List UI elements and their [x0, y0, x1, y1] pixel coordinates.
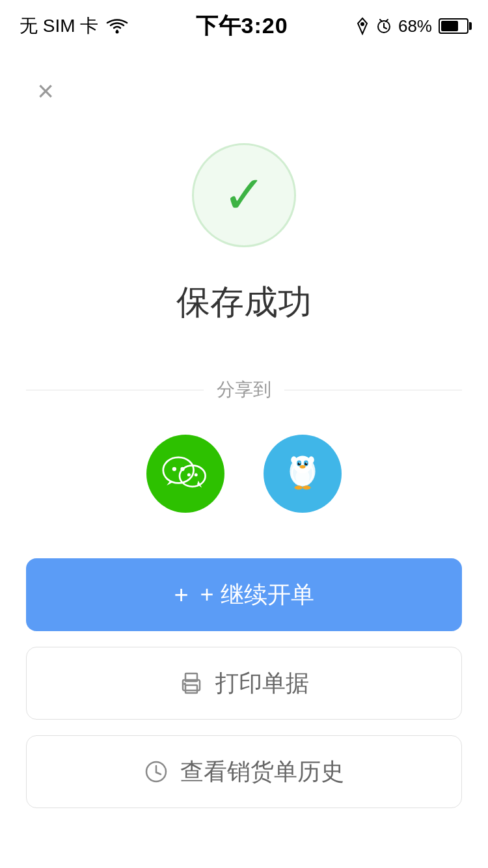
printer-icon: [179, 671, 204, 696]
close-button[interactable]: ×: [26, 72, 65, 111]
svg-line-6: [386, 20, 388, 21]
svg-point-7: [163, 457, 194, 483]
share-line-left: [26, 390, 204, 390]
share-divider-row: 分享到: [26, 377, 462, 402]
svg-point-26: [291, 456, 297, 463]
svg-line-5: [380, 20, 382, 21]
history-label: 查看销货单历史: [180, 756, 344, 788]
print-label: 打印单据: [215, 668, 309, 699]
svg-point-9: [172, 467, 176, 471]
history-icon: [144, 759, 169, 784]
qq-icon: [282, 453, 323, 495]
continue-button[interactable]: + + 继续开单: [26, 558, 462, 631]
svg-line-4: [384, 27, 386, 29]
share-label: 分享到: [217, 377, 271, 402]
svg-line-34: [156, 772, 161, 774]
qq-share-button[interactable]: [264, 435, 342, 513]
battery-percent: 68%: [398, 16, 432, 36]
share-line-right: [284, 390, 462, 390]
success-section: ✓ 保存成功: [0, 117, 488, 377]
svg-point-24: [295, 485, 303, 489]
close-area: ×: [0, 52, 488, 117]
svg-point-22: [300, 465, 306, 468]
check-icon: ✓: [223, 169, 266, 221]
share-section: 分享到: [0, 377, 488, 513]
share-icons-row: [26, 435, 462, 513]
status-carrier: 无 SIM 卡: [20, 14, 128, 38]
svg-point-20: [299, 463, 301, 464]
alarm-icon: [376, 17, 392, 35]
wifi-icon: [106, 18, 128, 34]
svg-point-0: [116, 31, 119, 34]
location-icon: [355, 17, 370, 35]
carrier-label: 无 SIM 卡: [20, 14, 98, 38]
status-bar: 无 SIM 卡 下午3:20 68%: [0, 0, 488, 52]
svg-point-10: [180, 467, 184, 471]
success-title: 保存成功: [176, 280, 312, 325]
actions-section: + + 继续开单 打印单据 查看销货单历史: [0, 545, 488, 821]
svg-point-21: [306, 463, 307, 464]
svg-point-31: [183, 683, 186, 685]
svg-point-27: [308, 456, 314, 463]
close-icon: ×: [37, 77, 54, 105]
svg-rect-30: [185, 685, 197, 693]
print-button[interactable]: 打印单据: [26, 647, 462, 720]
svg-point-12: [195, 473, 198, 476]
svg-point-25: [303, 485, 310, 489]
check-circle: ✓: [192, 143, 296, 247]
svg-point-11: [187, 473, 191, 476]
wechat-icon: [162, 450, 209, 497]
svg-point-23: [295, 469, 309, 485]
battery-icon: [439, 18, 468, 34]
continue-label: + 继续开单: [200, 579, 314, 611]
continue-icon: +: [174, 581, 188, 609]
history-button[interactable]: 查看销货单历史: [26, 735, 462, 808]
svg-point-1: [360, 22, 364, 26]
wechat-share-button[interactable]: [146, 435, 224, 513]
status-time: 下午3:20: [196, 11, 288, 41]
status-indicators: 68%: [355, 16, 468, 36]
